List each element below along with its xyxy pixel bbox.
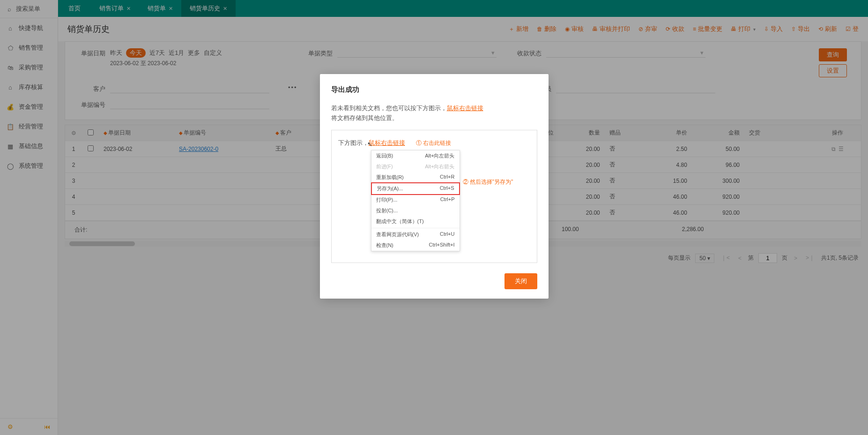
context-menu-item: 打印(P)...Ctrl+P — [371, 195, 460, 205]
annotation-2: ② 然后选择"另存为" — [463, 178, 513, 186]
context-menu-item: 返回(B)Alt+向左箭头 — [371, 150, 460, 161]
export-success-modal: 导出成功 若未看到相关文档，您也可以按下方图示，鼠标右击链接 将文档存储到其他位… — [320, 74, 549, 299]
instruction-image: 下方图示，鼠标右击链接 ① 右击此链接 ↖ 返回(B)Alt+向左箭头前进(F)… — [331, 130, 537, 263]
context-menu-item: 查看网页源代码(V)Ctrl+U — [371, 229, 460, 240]
context-menu-item: 翻成中文（简体）(T) — [371, 216, 460, 227]
context-menu-item: 另存为(A)...Ctrl+S — [371, 182, 460, 195]
context-menu-mock: 返回(B)Alt+向左箭头前进(F)Alt+向右箭头重新加载(R)Ctrl+R另… — [371, 150, 460, 251]
context-menu-item: 重新加载(R)Ctrl+R — [371, 172, 460, 183]
modal-title: 导出成功 — [331, 85, 537, 94]
instruction-link: 鼠标右击链接 — [369, 139, 405, 146]
context-menu-item: 投射(C)... — [371, 205, 460, 216]
modal-text: 若未看到相关文档，您也可以按下方图示，鼠标右击链接 将文档存储到其他位置。 — [331, 104, 537, 123]
context-menu-item: 检查(N)Ctrl+Shift+I — [371, 240, 460, 251]
context-menu-item: 前进(F)Alt+向右箭头 — [371, 161, 460, 172]
modal-link[interactable]: 鼠标右击链接 — [447, 105, 483, 112]
close-button[interactable]: 关闭 — [504, 273, 537, 289]
cursor-icon: ↖ — [367, 141, 372, 148]
annotation-1: ① 右击此链接 — [416, 140, 451, 146]
modal-overlay[interactable]: 导出成功 若未看到相关文档，您也可以按下方图示，鼠标右击链接 将文档存储到其他位… — [0, 0, 868, 435]
